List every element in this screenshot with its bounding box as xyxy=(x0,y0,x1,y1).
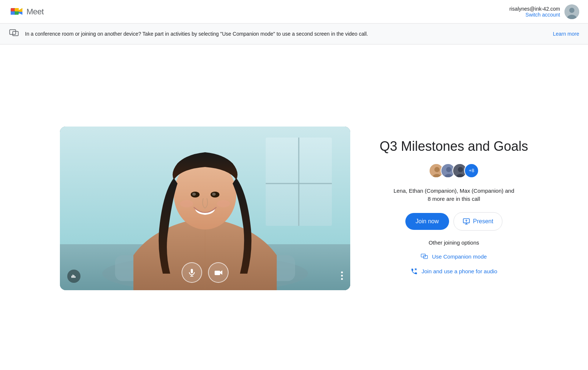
participant-avatars: +8 xyxy=(429,163,479,178)
svg-marker-37 xyxy=(220,270,222,275)
learn-more-link[interactable]: Learn more xyxy=(553,31,579,37)
banner-text: In a conference room or joining on anoth… xyxy=(25,31,547,37)
video-controls xyxy=(60,262,350,283)
participants-text: Lena, Ethan (Companion), Max (Companion)… xyxy=(394,187,514,203)
more-options-button[interactable] xyxy=(341,271,343,280)
other-options-label: Other joining options xyxy=(429,239,479,246)
meeting-title: Q3 Milestones and Goals xyxy=(380,138,528,154)
participants-row: +8 xyxy=(429,163,479,178)
phone-audio-icon xyxy=(410,268,418,275)
phone-audio-link[interactable]: Join and use a phone for audio xyxy=(410,265,497,278)
svg-point-10 xyxy=(569,8,574,13)
companion-mode-link[interactable]: Use Companion mode xyxy=(421,250,487,263)
companion-mode-banner: In a conference room or joining on anoth… xyxy=(0,24,588,45)
right-panel: Q3 Milestones and Goals xyxy=(380,138,528,278)
present-button[interactable]: Present xyxy=(453,212,502,231)
svg-point-39 xyxy=(434,167,440,172)
svg-point-25 xyxy=(192,193,196,196)
other-joining-options: Other joining options Use Companion mode… xyxy=(410,239,497,278)
svg-rect-33 xyxy=(191,269,193,273)
logo-area: Meet xyxy=(9,4,44,19)
action-buttons: Join now Present xyxy=(405,212,502,231)
microphone-button[interactable] xyxy=(182,262,202,283)
companion-mode-icon xyxy=(9,28,19,40)
video-preview xyxy=(60,127,350,290)
svg-rect-5 xyxy=(11,11,15,15)
account-info: risalynes@ink-42.com Switch account xyxy=(509,6,560,18)
svg-rect-6 xyxy=(15,11,19,15)
avatar[interactable] xyxy=(564,4,579,19)
main-content: Q3 Milestones and Goals xyxy=(0,45,588,370)
switch-account-link[interactable]: Switch account xyxy=(526,12,560,18)
svg-point-42 xyxy=(446,167,451,172)
companion-mode-icon xyxy=(421,253,428,260)
camera-button[interactable] xyxy=(208,262,229,283)
svg-rect-3 xyxy=(11,8,15,11)
header: Meet risalynes@ink-42.com Switch account xyxy=(0,0,588,24)
account-area: risalynes@ink-42.com Switch account xyxy=(509,4,579,19)
present-icon xyxy=(463,218,470,225)
meet-logo-icon xyxy=(9,4,24,19)
account-email: risalynes@ink-42.com xyxy=(509,6,560,12)
svg-point-26 xyxy=(212,193,216,196)
app-title: Meet xyxy=(26,7,44,17)
svg-rect-36 xyxy=(215,271,220,275)
participant-count-badge: +8 xyxy=(464,163,479,178)
svg-rect-4 xyxy=(15,8,19,11)
svg-point-27 xyxy=(180,200,193,207)
svg-point-45 xyxy=(458,167,463,172)
svg-point-28 xyxy=(217,200,230,207)
join-now-button[interactable]: Join now xyxy=(405,213,449,230)
